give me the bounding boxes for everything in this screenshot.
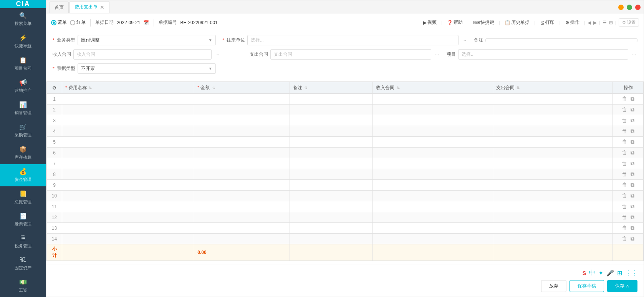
row-expense-name[interactable]	[62, 94, 194, 105]
row-amount[interactable]	[194, 191, 290, 201]
sidebar-item-capital[interactable]: 💰 资金管理	[0, 164, 46, 186]
copy-row-icon[interactable]: ⧉	[631, 139, 634, 145]
row-memo[interactable]	[290, 115, 373, 126]
tab-home[interactable]: 首页	[50, 2, 69, 13]
calendar-icon[interactable]: 📅	[143, 20, 149, 25]
radio-red[interactable]: 红单	[70, 19, 86, 26]
row-expense-contract[interactable]	[493, 137, 613, 148]
row-amount[interactable]	[194, 137, 290, 148]
project-input[interactable]: 选择...	[458, 49, 628, 60]
row-memo[interactable]	[290, 105, 373, 115]
sidebar-item-purchase[interactable]: 🛒 采购管理	[0, 119, 46, 142]
row-expense-name[interactable]	[62, 223, 194, 234]
copy-row-icon[interactable]: ⧉	[631, 117, 634, 123]
row-memo[interactable]	[290, 126, 373, 137]
nav-prev-btn[interactable]: ◀	[588, 20, 591, 25]
row-income-contract[interactable]	[373, 191, 493, 201]
delete-row-icon[interactable]: 🗑	[622, 128, 627, 134]
sidebar-item-assets[interactable]: 🏗 固定资产	[0, 253, 46, 275]
copy-row-icon[interactable]: ⧉	[631, 106, 634, 113]
delete-row-icon[interactable]: 🗑	[622, 236, 627, 242]
copy-row-icon[interactable]: ⧉	[631, 160, 634, 166]
income-contract-more-btn[interactable]: ···	[214, 52, 221, 57]
save-button[interactable]: 保存 ∧	[607, 280, 637, 292]
row-expense-name[interactable]	[62, 158, 194, 169]
row-expense-contract[interactable]	[493, 212, 613, 223]
delete-row-icon[interactable]: 🗑	[622, 139, 627, 145]
delete-row-icon[interactable]: 🗑	[622, 203, 627, 209]
sidebar-item-tax[interactable]: 🏛 税务管理	[0, 231, 46, 253]
row-expense-contract[interactable]	[493, 105, 613, 115]
row-amount[interactable]	[194, 126, 290, 137]
copy-row-icon[interactable]: ⧉	[631, 96, 634, 102]
delete-row-icon[interactable]: 🗑	[622, 225, 627, 231]
sidebar-item-ledger[interactable]: 📒 总账管理	[0, 186, 46, 209]
invoice-type-select[interactable]: 不开票 ▼	[78, 63, 216, 74]
row-expense-contract[interactable]	[493, 94, 613, 105]
copy-row-icon[interactable]: ⧉	[631, 214, 634, 220]
row-expense-name[interactable]	[62, 148, 194, 158]
print-btn[interactable]: 🖨 打印	[538, 18, 557, 27]
copy-row-icon[interactable]: ⧉	[631, 182, 634, 188]
sort-icon-1[interactable]: ⇅	[89, 86, 92, 90]
sidebar-item-search[interactable]: 🔍 搜索菜单	[0, 8, 46, 30]
history-btn[interactable]: 📋 历史单据	[502, 18, 532, 27]
copy-row-icon[interactable]: ⧉	[631, 149, 634, 156]
row-expense-name[interactable]	[62, 212, 194, 223]
sidebar-item-quicknav[interactable]: ⚡ 快捷导航	[0, 30, 46, 53]
row-income-contract[interactable]	[373, 212, 493, 223]
col-settings[interactable]: ⚙	[47, 82, 62, 94]
row-amount[interactable]	[194, 115, 290, 126]
project-more-btn[interactable]: ···	[631, 52, 637, 57]
row-income-contract[interactable]	[373, 126, 493, 137]
row-amount[interactable]	[194, 169, 290, 180]
row-expense-name[interactable]	[62, 126, 194, 137]
income-contract-input[interactable]: 收入合同	[73, 49, 212, 60]
row-expense-contract[interactable]	[493, 115, 613, 126]
view-list-btn[interactable]: ☰	[603, 20, 607, 25]
row-income-contract[interactable]	[373, 94, 493, 105]
minimize-button[interactable]	[618, 5, 624, 10]
partner-input[interactable]: 选择...	[247, 35, 459, 45]
copy-row-icon[interactable]: ⧉	[631, 192, 634, 199]
apps-icon[interactable]: ⋮⋮	[625, 269, 637, 277]
radio-blue[interactable]: 蓝单	[51, 19, 67, 26]
row-expense-contract[interactable]	[493, 169, 613, 180]
copy-row-icon[interactable]: ⧉	[631, 171, 634, 177]
row-memo[interactable]	[290, 191, 373, 201]
row-expense-name[interactable]	[62, 169, 194, 180]
row-expense-contract[interactable]	[493, 180, 613, 191]
row-memo[interactable]	[290, 212, 373, 223]
sidebar-item-inventory[interactable]: 📦 库存核算	[0, 142, 46, 164]
row-income-contract[interactable]	[373, 180, 493, 191]
row-expense-name[interactable]	[62, 234, 194, 244]
row-expense-name[interactable]	[62, 105, 194, 115]
video-btn[interactable]: ▶ 视频	[421, 18, 439, 27]
memo-input[interactable]	[485, 38, 637, 42]
sort-icon-3[interactable]: ⇅	[304, 86, 307, 90]
expense-contract-input[interactable]: 支出合同	[270, 49, 431, 60]
row-memo[interactable]	[290, 137, 373, 148]
row-income-contract[interactable]	[373, 169, 493, 180]
delete-row-icon[interactable]: 🗑	[622, 192, 627, 199]
sort-icon-2[interactable]: ⇅	[212, 86, 215, 90]
row-expense-contract[interactable]	[493, 158, 613, 169]
row-memo[interactable]	[290, 180, 373, 191]
row-expense-name[interactable]	[62, 191, 194, 201]
row-amount[interactable]	[194, 234, 290, 244]
row-amount[interactable]	[194, 158, 290, 169]
row-amount[interactable]	[194, 180, 290, 191]
delete-row-icon[interactable]: 🗑	[622, 171, 627, 177]
view-grid-btn[interactable]: ⊞	[609, 20, 613, 25]
sidebar-item-invoice[interactable]: 🧾 发票管理	[0, 209, 46, 231]
row-memo[interactable]	[290, 223, 373, 234]
copy-row-icon[interactable]: ⧉	[631, 128, 634, 134]
row-memo[interactable]	[290, 169, 373, 180]
row-income-contract[interactable]	[373, 105, 493, 115]
row-expense-name[interactable]	[62, 180, 194, 191]
row-memo[interactable]	[290, 234, 373, 244]
row-amount[interactable]	[194, 105, 290, 115]
delete-row-icon[interactable]: 🗑	[622, 106, 627, 113]
maximize-button[interactable]	[627, 5, 632, 10]
settings-button[interactable]: ⚙ 设置	[619, 18, 639, 27]
